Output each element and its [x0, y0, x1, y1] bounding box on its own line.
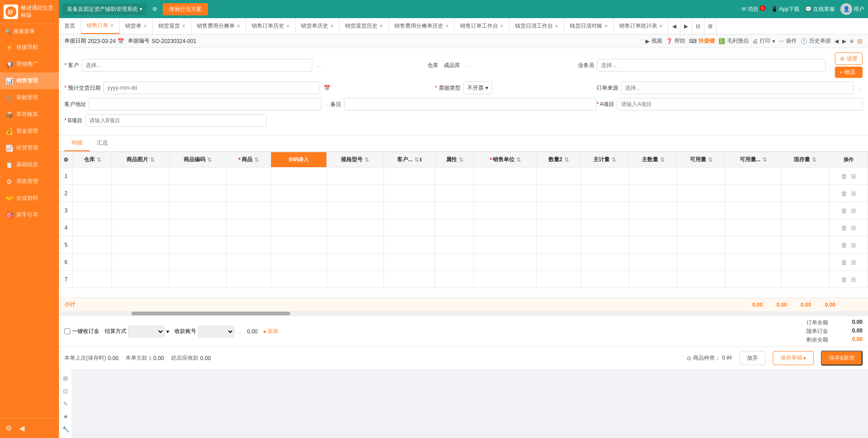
table-cell[interactable]	[227, 271, 271, 288]
sidebar-search[interactable]: 🔍 搜索菜单	[0, 24, 59, 39]
add-deposit-btn[interactable]: ● 添加	[263, 327, 278, 335]
table-cell[interactable]	[581, 185, 629, 202]
one-click-checkbox-item[interactable]: 一键收订金	[64, 327, 99, 335]
b-project-input[interactable]	[85, 114, 267, 127]
table-cell[interactable]	[537, 254, 581, 271]
th-available-qty[interactable]: 可用量⇅	[677, 152, 725, 168]
delivery-calendar-icon[interactable]: 📅	[324, 85, 330, 91]
table-cell[interactable]	[384, 236, 435, 254]
th-scan[interactable]: 扫码录入	[271, 152, 326, 168]
table-cell[interactable]	[326, 254, 384, 271]
table-cell[interactable]	[435, 185, 474, 202]
sidebar-item-marketing[interactable]: 📢 营销推广	[0, 56, 59, 72]
system-selector[interactable]: 装备及固定资产辅助管理系统 ▾	[63, 4, 147, 15]
tab-expense-history[interactable]: 销售费用分摊单历史 ✕	[389, 18, 455, 34]
table-cell[interactable]	[629, 236, 677, 254]
account-select[interactable]	[198, 326, 234, 337]
date-calendar-icon[interactable]: 📅	[117, 38, 124, 44]
tab-sales-order[interactable]: 销售订单 ✕	[81, 18, 120, 34]
tab-sales-shipment-close[interactable]: ✕	[143, 24, 147, 29]
tab-detail[interactable]: 明细	[64, 135, 90, 151]
right-panel-icon-3[interactable]: ✎	[60, 398, 71, 409]
table-cell[interactable]	[384, 271, 435, 288]
table-cell[interactable]	[112, 254, 170, 271]
table-cell[interactable]	[537, 185, 581, 202]
table-cell[interactable]	[271, 254, 326, 271]
one-click-checkbox[interactable]	[64, 328, 70, 334]
table-cell[interactable]	[581, 271, 629, 288]
table-cell[interactable]	[781, 202, 829, 219]
prev-record-btn[interactable]: ◀	[834, 38, 839, 44]
table-cell[interactable]	[112, 219, 170, 236]
th-attribute[interactable]: 属性⇅	[435, 152, 474, 168]
table-cell[interactable]	[581, 168, 629, 185]
row-copy-btn[interactable]: ⊞	[851, 259, 856, 266]
table-cell[interactable]	[537, 236, 581, 254]
right-panel-icon-2[interactable]: ⊡	[60, 385, 71, 396]
table-cell[interactable]	[781, 271, 829, 288]
table-cell[interactable]	[474, 271, 537, 288]
table-cell[interactable]	[112, 185, 170, 202]
table-cell[interactable]	[474, 219, 537, 236]
th-product-code[interactable]: 商品编码⇅	[169, 152, 227, 168]
table-cell[interactable]	[271, 185, 326, 202]
tab-daily-reconcile[interactable]: 钱货日清对账 ✕	[564, 18, 614, 34]
right-panel-icon-4[interactable]: ★	[60, 411, 71, 422]
tab-prev-btn[interactable]: ◀	[669, 18, 680, 34]
th-customer-code[interactable]: 客户...⇅ℹ	[384, 152, 435, 168]
tab-daily-workbench[interactable]: 钱货日清工作台 ✕	[509, 18, 564, 34]
address-more-icon[interactable]: …	[325, 101, 330, 107]
row-delete-btn[interactable]: 🗑	[841, 241, 847, 249]
tab-sales-order-history-close[interactable]: ✕	[286, 24, 290, 29]
table-cell[interactable]	[629, 271, 677, 288]
th-product[interactable]: *商品⇅	[227, 152, 271, 168]
order-source-more-icon[interactable]: …	[857, 85, 863, 91]
grid-mode-btn[interactable]: ⊞	[857, 38, 863, 45]
table-cell[interactable]	[384, 202, 435, 219]
tab-daily-workbench-close[interactable]: ✕	[555, 24, 558, 29]
sidebar-item-enterprise[interactable]: 🤝 企业协同	[0, 190, 59, 207]
table-cell[interactable]	[227, 219, 271, 236]
salesperson-more-icon[interactable]: …	[829, 62, 835, 68]
order-source-input[interactable]	[621, 82, 853, 94]
table-cell[interactable]	[581, 254, 629, 271]
customer-address-input[interactable]	[89, 98, 321, 111]
table-cell[interactable]	[435, 168, 474, 185]
table-cell[interactable]	[677, 202, 725, 219]
row-delete-btn[interactable]: 🗑	[841, 173, 847, 180]
table-cell[interactable]	[677, 168, 725, 185]
view-action[interactable]: ▶ 视频	[645, 37, 662, 45]
table-cell[interactable]	[112, 202, 170, 219]
table-cell[interactable]	[169, 202, 227, 219]
table-cell[interactable]	[537, 219, 581, 236]
tab-shipment-history[interactable]: 销货单历史 ✕	[296, 18, 339, 34]
operation-action[interactable]: ⋯ 操作	[779, 37, 797, 45]
tab-shipment-history-close[interactable]: ✕	[330, 24, 334, 29]
th-current-qty[interactable]: 现存量⇅	[781, 152, 829, 168]
table-cell[interactable]	[725, 168, 781, 185]
th-sales-unit[interactable]: *销售单位⇅	[474, 152, 537, 168]
table-cell[interactable]	[725, 185, 781, 202]
table-cell[interactable]	[73, 236, 112, 254]
tab-sales-return[interactable]: 销货退货 ✕	[153, 18, 191, 34]
right-panel-icon-5[interactable]: 🔧	[60, 424, 71, 434]
sidebar-collapse-icon[interactable]: ◀	[17, 422, 26, 434]
tab-expense-history-close[interactable]: ✕	[445, 24, 449, 29]
table-cell[interactable]	[435, 202, 474, 219]
view-mode-btn[interactable]: ≡	[850, 38, 853, 45]
table-cell[interactable]	[326, 168, 384, 185]
save-new-button[interactable]: 保存&新增	[821, 351, 863, 366]
row-copy-btn[interactable]: ⊞	[851, 207, 856, 214]
table-cell[interactable]	[629, 254, 677, 271]
tab-summary[interactable]: 汇总	[90, 135, 115, 151]
solution-button[interactable]: 体验行业方案	[163, 3, 208, 15]
next-record-btn[interactable]: ▶	[842, 38, 846, 44]
table-cell[interactable]	[435, 254, 474, 271]
tab-sales-stats-close[interactable]: ✕	[659, 24, 663, 29]
table-cell[interactable]	[73, 202, 112, 219]
tab-sales-expense-close[interactable]: ✕	[237, 24, 240, 29]
table-cell[interactable]	[73, 254, 112, 271]
horizontal-scrollbar[interactable]	[59, 311, 868, 316]
table-cell[interactable]	[326, 271, 384, 288]
download-action[interactable]: 📱 App下载	[771, 5, 800, 13]
